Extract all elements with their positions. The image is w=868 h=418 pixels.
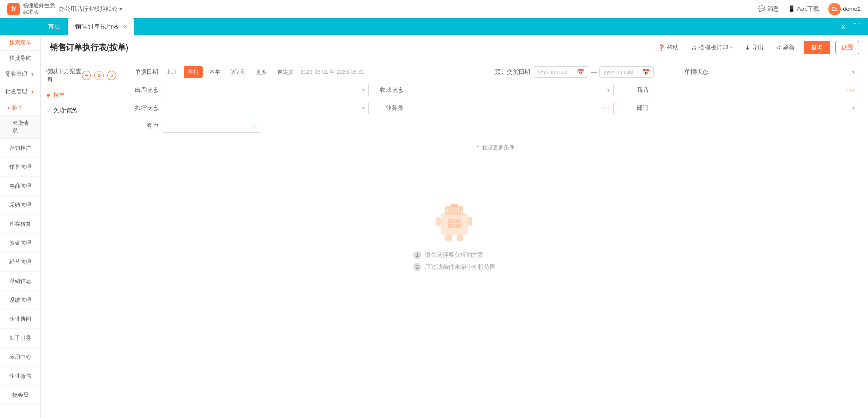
collapse-icon: ⌃ bbox=[476, 145, 480, 151]
empty-tip-2: 2 用过滤条件来缩小分析范围 bbox=[413, 263, 495, 271]
filter-actions-row: ⌃ 收起更多条件 bbox=[131, 138, 859, 155]
department-label: 部门 bbox=[621, 104, 648, 112]
delivery-status-select[interactable]: ▾ bbox=[162, 84, 369, 96]
delivery-date-start-input[interactable]: yyyy-mm-dd 📅 bbox=[534, 66, 588, 78]
filter-scheme-title: 按以下方案查询 + ⚙ « bbox=[41, 66, 122, 87]
sidebar-item-sales[interactable]: 销售管理 bbox=[0, 158, 40, 177]
print-template-button[interactable]: 🖨 按模板打印 ▾ bbox=[688, 42, 736, 53]
department-select[interactable]: ▾ bbox=[652, 102, 859, 114]
filter-row-2: 出库状态 ▾ 收款状态 ▾ bbox=[131, 84, 859, 96]
sidebar-search[interactable]: 搜索菜单 bbox=[0, 35, 40, 51]
sidebar-submenu-item-shortage[interactable]: ○ 欠货情况 bbox=[0, 116, 40, 139]
tab-home[interactable]: 首页 bbox=[41, 18, 68, 35]
sidebar-item-ecommerce[interactable]: 电商管理 bbox=[0, 177, 40, 196]
username-label: demo2 bbox=[843, 5, 861, 12]
execution-status-select[interactable]: ▾ bbox=[162, 102, 369, 114]
salesman-input[interactable]: ··· bbox=[407, 102, 614, 114]
sidebar-item-purchase[interactable]: 采购管理 bbox=[0, 196, 40, 215]
sidebar-item-enterprise[interactable]: 企业协同 bbox=[0, 310, 40, 329]
date-btn-7days[interactable]: 近7天 bbox=[227, 66, 249, 78]
svg-rect-12 bbox=[445, 235, 452, 241]
logo-icon: 好 bbox=[7, 3, 20, 15]
date-btn-more[interactable]: 更多 bbox=[252, 66, 271, 78]
empty-illustration bbox=[432, 197, 477, 242]
sidebar: 搜索菜单 快捷导航 零售管理 ▼ 批发管理 ▲ ● 按单 ○ 欠货情况 营销推广 bbox=[0, 35, 41, 418]
filter-group-customer: 客户 ··· bbox=[131, 120, 312, 133]
date-btn-last-month[interactable]: 上月 bbox=[162, 66, 181, 78]
bill-status-select[interactable]: ▾ bbox=[712, 66, 859, 78]
goods-input[interactable]: ··· bbox=[652, 84, 859, 96]
sidebar-item-retail[interactable]: 零售管理 ▼ bbox=[0, 66, 40, 83]
delivery-date-end-input[interactable]: yyyy-mm-dd 📅 bbox=[599, 66, 654, 78]
more-icon-2: ··· bbox=[602, 104, 610, 112]
expected-delivery-label: 预计交货日期 bbox=[495, 68, 530, 76]
collapse-scheme-button[interactable]: « bbox=[107, 71, 116, 80]
tab-sales-order[interactable]: 销售订单执行表 × bbox=[68, 18, 134, 35]
sidebar-item-marketing[interactable]: 营销推广 bbox=[0, 139, 40, 158]
main-layout: 搜索菜单 快捷导航 零售管理 ▼ 批发管理 ▲ ● 按单 ○ 欠货情况 营销推广 bbox=[0, 35, 868, 418]
sidebar-item-wholesale[interactable]: 批发管理 ▲ bbox=[0, 83, 40, 100]
sidebar-item-inventory[interactable]: 库存核算 bbox=[0, 215, 40, 234]
chevron-down-icon-3: ▾ bbox=[607, 87, 610, 93]
settings-scheme-button[interactable]: ⚙ bbox=[94, 71, 104, 80]
svg-point-5 bbox=[448, 209, 449, 211]
date-btn-this-year[interactable]: 本年 bbox=[205, 66, 224, 78]
query-button[interactable]: 查询 bbox=[804, 41, 830, 54]
tab-close-icon[interactable]: × bbox=[124, 24, 127, 30]
dot-icon: ● bbox=[7, 106, 9, 110]
svg-point-6 bbox=[459, 209, 461, 211]
customer-input[interactable]: ··· bbox=[162, 120, 261, 133]
chevron-down-icon-4: ▾ bbox=[362, 105, 365, 111]
header-right: 💬 消息 📱 App下载 Ea demo2 bbox=[758, 3, 861, 15]
filter-row-1: 单据日期 上月 本月 本年 bbox=[131, 66, 859, 78]
sidebar-item-finance[interactable]: 资金管理 bbox=[0, 234, 40, 253]
filter-scheme-actions: + ⚙ « bbox=[82, 71, 116, 80]
date-range-display: 2023-03-01 至 2023-03-31 bbox=[301, 68, 364, 76]
window-close-button[interactable]: ✕ bbox=[839, 21, 848, 33]
refresh-icon: ↺ bbox=[776, 44, 781, 51]
user-profile[interactable]: Ea demo2 bbox=[828, 3, 861, 15]
sidebar-item-operations[interactable]: 经营管理 bbox=[0, 253, 40, 272]
sidebar-item-newbie[interactable]: 新手引导 bbox=[0, 329, 40, 348]
scheme-item-shortage[interactable]: ○ 欠货情况 bbox=[41, 103, 122, 118]
chevron-down-icon-5: ▾ bbox=[852, 105, 855, 111]
date-separator: — bbox=[591, 69, 597, 76]
collapse-button[interactable]: ⌃ 收起更多条件 bbox=[470, 142, 520, 153]
empty-tips: 1 请先选择要分析的方案 2 用过滤条件来缩小分析范围 bbox=[413, 251, 495, 271]
content-area: 销售订单执行表(按单) ❓ 帮助 🖨 按模板打印 ▾ ⬇ 导出 bbox=[41, 35, 868, 418]
avatar: Ea bbox=[828, 3, 841, 15]
scheme-item-by-order[interactable]: ● 按单 bbox=[41, 87, 122, 103]
refresh-button[interactable]: ↺ 刷新 bbox=[773, 42, 798, 53]
date-btn-custom[interactable]: 自定义 bbox=[274, 66, 298, 78]
export-icon: ⬇ bbox=[745, 44, 750, 51]
sidebar-item-system[interactable]: 系统管理 bbox=[0, 291, 40, 310]
sidebar-item-wechat[interactable]: 企业微信 bbox=[0, 367, 40, 386]
app-download-button[interactable]: 📱 App下载 bbox=[788, 5, 819, 13]
sidebar-submenu-wholesale: ● 按单 ○ 欠货情况 bbox=[0, 100, 40, 139]
add-scheme-button[interactable]: + bbox=[82, 71, 91, 80]
delivery-status-label: 出库状态 bbox=[131, 86, 158, 94]
filter-group-delivery-status: 出库状态 ▾ bbox=[131, 84, 369, 96]
page-title: 销售订单执行表(按单) bbox=[50, 42, 128, 53]
chevron-down-icon-2: ▾ bbox=[362, 87, 365, 93]
filter-row-4: 客户 ··· bbox=[131, 120, 312, 133]
help-icon: ❓ bbox=[658, 44, 665, 51]
quick-nav[interactable]: 快捷导航 bbox=[0, 51, 40, 66]
sidebar-submenu-item-by-order[interactable]: ● 按单 bbox=[0, 100, 40, 116]
receipt-status-select[interactable]: ▾ bbox=[407, 84, 614, 96]
sidebar-item-basic-info[interactable]: 基础信息 bbox=[0, 272, 40, 291]
calendar-icon: 📅 bbox=[577, 69, 584, 76]
empty-state: 1 请先选择要分析的方案 2 用过滤条件来缩小分析范围 bbox=[41, 161, 868, 307]
sidebar-item-member[interactable]: 畅会员 bbox=[0, 386, 40, 405]
salesman-label: 业务员 bbox=[376, 104, 403, 112]
messages-button[interactable]: 💬 消息 bbox=[758, 5, 779, 13]
account-dropdown[interactable]: 办公用品行业模拟账套 ▾ bbox=[59, 5, 123, 13]
filter-group-department: 部门 ▾ bbox=[621, 102, 859, 114]
settings-button[interactable]: 设置 bbox=[835, 41, 859, 54]
sidebar-item-app-center[interactable]: 应用中心 bbox=[0, 348, 40, 367]
date-btn-this-month[interactable]: 本月 bbox=[184, 66, 203, 78]
scheme-dot-icon: ● bbox=[46, 91, 51, 99]
window-expand-button[interactable]: ⛶ bbox=[852, 21, 863, 33]
export-button[interactable]: ⬇ 导出 bbox=[741, 42, 767, 53]
help-button[interactable]: ❓ 帮助 bbox=[654, 42, 682, 53]
